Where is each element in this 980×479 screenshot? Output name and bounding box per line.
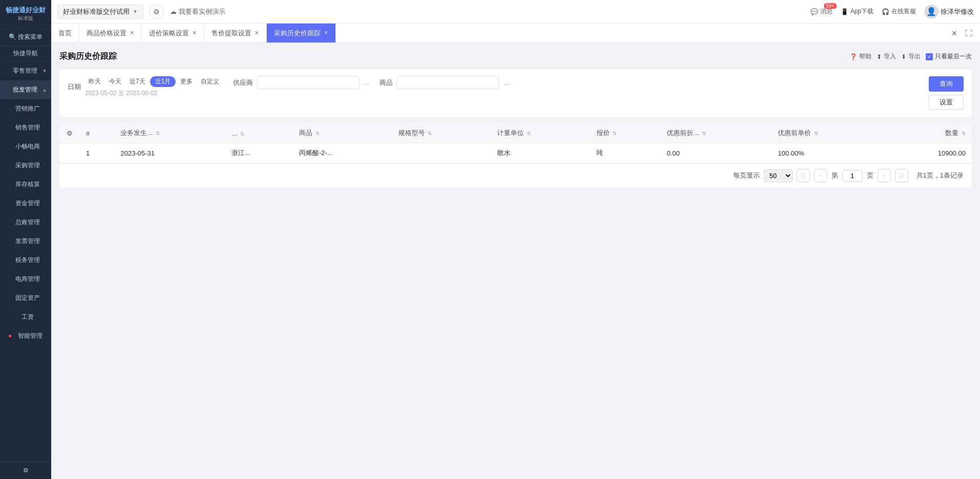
chevron-down-icon: ▼ — [133, 9, 138, 14]
sidebar-item-wholesale[interactable]: 批发管理 ▲ — [0, 80, 51, 99]
row-quantity: 10900.00 — [885, 143, 972, 163]
sidebar-quick-nav[interactable]: 快捷导航 — [0, 46, 51, 61]
col-goods-label: 商品 — [299, 129, 312, 137]
date-btn-yesterday[interactable]: 昨天 — [85, 76, 104, 87]
sidebar-item-inventory[interactable]: 库存核算 — [0, 175, 51, 194]
sidebar-item-payroll[interactable]: 工资 — [0, 308, 51, 326]
col-date-label: 业务发生... — [120, 129, 153, 137]
sidebar-item-label: 采购管理 — [8, 161, 47, 170]
sidebar-item-ecommerce[interactable]: 电商管理 — [0, 270, 51, 289]
sidebar-item-tax[interactable]: 税务管理 — [0, 251, 51, 270]
sidebar-item-sales[interactable]: 销售管理 — [0, 118, 51, 137]
sidebar-item-purchase[interactable]: 采购管理 — [0, 156, 51, 175]
date-btn-custom[interactable]: 自定义 — [197, 76, 223, 87]
date-btn-more[interactable]: 更多 — [177, 76, 196, 87]
import-btn[interactable]: ⬆ 导入 — [877, 52, 896, 61]
col-price-before[interactable]: 优惠前单价 ⇅ — [772, 123, 885, 143]
first-page-btn[interactable]: ⟨⟨ — [797, 169, 810, 182]
sidebar-quick-nav-label: 快捷导航 — [13, 50, 38, 57]
user-info[interactable]: 👤 徐泽华修改 — [924, 5, 974, 19]
query-button[interactable]: 查询 — [929, 76, 964, 92]
tab-purchase-history[interactable]: 采购历史价跟踪 ✕ — [267, 24, 336, 43]
tab-expand-btn[interactable]: ⛶ — [962, 26, 976, 40]
sidebar-item-label: 发票管理 — [8, 237, 47, 246]
avatar: 👤 — [924, 5, 939, 19]
close-icon[interactable]: ✕ — [254, 30, 259, 36]
col-goods[interactable]: 商品 ⇅ — [293, 123, 392, 143]
close-icon[interactable]: ✕ — [324, 30, 328, 36]
tab-home[interactable]: 首页 — [51, 24, 79, 43]
demo-label: 我要看实例演示 — [179, 7, 225, 16]
sort-icon: ⇅ — [240, 131, 244, 137]
per-page-select[interactable]: 10 20 50 100 — [764, 169, 793, 182]
col-quantity-label: 数量 — [945, 129, 958, 137]
version-select[interactable]: 好业财标准版交付试用 ▼ — [57, 5, 143, 19]
tabbar: 首页 商品价格设置 ✕ 进价策略设置 ✕ 售价提取设置 ✕ 采购历史价跟踪 ✕ … — [51, 24, 980, 43]
chevron-up-icon: ▲ — [42, 87, 47, 93]
per-page-label: 每页显示 — [733, 171, 760, 180]
tab-purchase-strategy-label: 进价策略设置 — [149, 29, 189, 38]
col-spec[interactable]: 规格型号 ⇅ — [392, 123, 492, 143]
sidebar-item-marketing[interactable]: 营销推广 — [0, 99, 51, 118]
sidebar-item-ai[interactable]: ● 智能管理 — [0, 326, 51, 345]
page-input[interactable]: 1 — [842, 170, 863, 182]
filter-actions: 查询 设置 — [929, 76, 964, 110]
close-icon[interactable]: ✕ — [130, 30, 134, 36]
headset-icon: 🎧 — [882, 8, 889, 15]
supplier-input[interactable] — [257, 76, 359, 89]
messages-btn[interactable]: 💬 消息 99+ — [811, 7, 833, 16]
next-page-btn[interactable]: ＞ — [878, 169, 891, 182]
col-discount[interactable]: 优惠前折... ⇅ — [661, 123, 772, 143]
prev-page-btn[interactable]: ＜ — [814, 169, 827, 182]
help-btn[interactable]: ❓ 帮助 — [849, 52, 871, 61]
tab-close-btn[interactable]: ✕ — [947, 26, 962, 40]
tab-product-price[interactable]: 商品价格设置 ✕ — [79, 24, 142, 43]
supplier-more[interactable]: ... — [364, 79, 369, 86]
col-quote-label: 报价 — [596, 129, 610, 137]
col-date[interactable]: 业务发生... ⇅ — [114, 123, 225, 143]
close-icon[interactable]: ✕ — [192, 30, 197, 36]
col-quote[interactable]: 报价 ⇅ — [590, 123, 661, 143]
col-num: # — [80, 123, 114, 143]
sidebar-item-invoice[interactable]: 发票管理 — [0, 232, 51, 251]
col-quantity[interactable]: 数量 ⇅ — [885, 123, 972, 143]
col-gear[interactable]: ⚙ — [59, 123, 80, 143]
sidebar-search[interactable]: 🔍 搜索菜单 — [0, 29, 51, 46]
tab-purchase-strategy[interactable]: 进价策略设置 ✕ — [142, 24, 204, 43]
sidebar-item-ledger[interactable]: 总账管理 — [0, 213, 51, 232]
settings-icon-btn[interactable]: ⚙ — [150, 5, 164, 19]
goods-input[interactable] — [397, 76, 499, 89]
col-extra-label: ... — [231, 129, 237, 137]
date-filter-group: 日期 昨天 今天 近7天 近1月 更多 自定义 2023-05-02 至 202… — [68, 76, 223, 98]
sort-icon: ⇅ — [428, 130, 432, 136]
demo-icon: ☁ — [170, 8, 177, 15]
col-unit[interactable]: 计量单位 ⇅ — [491, 123, 590, 143]
tab-price-extract[interactable]: 售价提取设置 ✕ — [204, 24, 267, 43]
sidebar-item-finance[interactable]: 资金管理 — [0, 194, 51, 213]
sidebar-item-assets[interactable]: 固定资产 — [0, 289, 51, 308]
col-extra[interactable]: ... ⇅ — [225, 123, 292, 143]
row-price-before: 100.00% — [772, 143, 885, 163]
supplier-filter-group: 供应商 ... — [233, 76, 369, 89]
page-label: 第 — [832, 171, 838, 180]
sidebar-settings[interactable]: ⚙ — [0, 461, 51, 479]
sidebar-item-retail[interactable]: 零售管理 ▼ — [0, 61, 51, 80]
only-last-label: 只看最后一次 — [935, 52, 972, 61]
export-btn[interactable]: ⬇ 导出 — [901, 52, 921, 61]
sidebar-item-ecom[interactable]: 小畅电商 — [0, 137, 51, 156]
app-logo: 畅捷通好业财 标准版 — [0, 0, 51, 29]
online-service-btn[interactable]: 🎧 在线客服 — [882, 7, 916, 16]
date-btn-today[interactable]: 今天 — [105, 76, 125, 87]
demo-link[interactable]: ☁ 我要看实例演示 — [170, 7, 225, 16]
date-btn-7days[interactable]: 近7天 — [126, 76, 149, 87]
topbar: 好业财标准版交付试用 ▼ ⚙ ☁ 我要看实例演示 💬 消息 99+ 📱 App下… — [51, 0, 980, 24]
only-last-checkbox[interactable]: ✓ 只看最后一次 — [926, 52, 972, 61]
goods-more[interactable]: ... — [503, 79, 509, 86]
app-download-btn[interactable]: 📱 App下载 — [841, 7, 874, 16]
col-price-before-label: 优惠前单价 — [778, 129, 811, 137]
date-btn-1month[interactable]: 近1月 — [150, 76, 176, 87]
pagination-total: 共1页，1条记录 — [917, 171, 964, 180]
last-page-btn[interactable]: ⟩⟩ — [895, 169, 908, 182]
filter-bar: 日期 昨天 今天 近7天 近1月 更多 自定义 2023-05-02 至 202… — [59, 69, 972, 117]
settings-button[interactable]: 设置 — [929, 95, 964, 110]
